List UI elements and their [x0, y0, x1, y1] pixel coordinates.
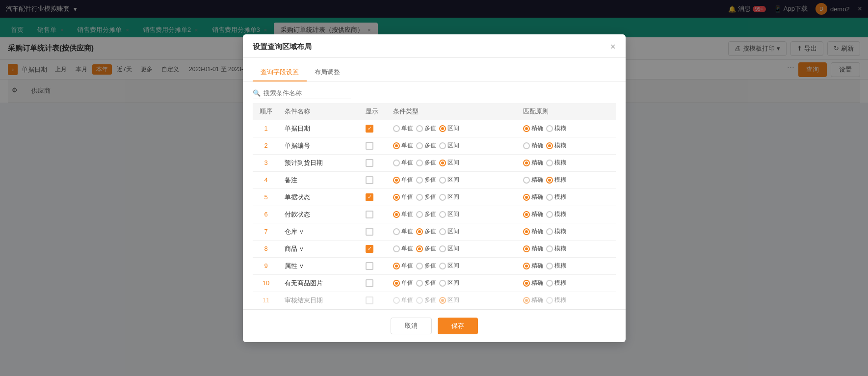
- modal-tabs: 查询字段设置 布局调整: [243, 58, 626, 81]
- modal-close-button[interactable]: ×: [610, 42, 616, 51]
- tab-layout-adjust[interactable]: 布局调整: [307, 64, 348, 81]
- modal-header: 设置查询区域布局 ×: [243, 34, 626, 58]
- modal-dialog: 设置查询区域布局 × 查询字段设置 布局调整 🔍 顺序: [243, 34, 626, 103]
- search-box: 🔍: [253, 87, 351, 99]
- search-input[interactable]: [263, 89, 342, 97]
- search-icon: 🔍: [253, 89, 261, 97]
- modal-search-area: 🔍: [243, 81, 626, 103]
- tab-query-fields[interactable]: 查询字段设置: [253, 64, 307, 81]
- modal-overlay: 设置查询区域布局 × 查询字段设置 布局调整 🔍 顺序: [0, 0, 868, 103]
- modal-title: 设置查询区域布局: [253, 42, 312, 52]
